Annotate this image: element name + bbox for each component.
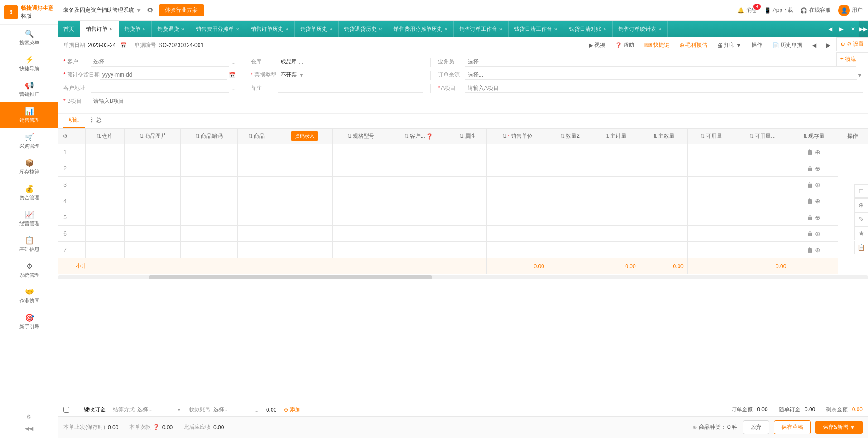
tab-sales-goods-history[interactable]: 销货单历史 ✕ xyxy=(295,21,339,37)
th-qty2[interactable]: ⇅ 数量2 xyxy=(548,129,592,144)
cell-6-8[interactable] xyxy=(448,226,487,242)
cell-6-6[interactable] xyxy=(333,226,389,242)
cell-5-14[interactable] xyxy=(735,209,790,226)
payment-dropdown-icon[interactable]: ▼ xyxy=(176,407,182,413)
cell-2-11[interactable] xyxy=(592,160,640,177)
cell-1-5[interactable] xyxy=(238,144,276,160)
receipt-ellipsis[interactable]: ... xyxy=(254,407,259,413)
cell-6-4[interactable] xyxy=(238,226,276,242)
calendar-icon[interactable]: 📅 xyxy=(120,42,127,48)
copy-row-6[interactable]: ⊕ xyxy=(815,230,820,237)
cell-4-13[interactable] xyxy=(687,193,735,209)
scrollbar-thumb[interactable] xyxy=(149,275,432,279)
profit-button[interactable]: ⊕ 毛利预估 xyxy=(677,40,710,50)
tab-close-cash-reconcile[interactable]: ✕ xyxy=(603,27,607,32)
cell-3-3[interactable] xyxy=(181,177,238,193)
cell-1-3[interactable] xyxy=(124,144,181,160)
settings-button[interactable]: ⚙ ⚙ 设置 xyxy=(836,37,868,51)
right-panel-btn-5[interactable]: 📋 xyxy=(854,241,868,254)
cell-4-10[interactable] xyxy=(548,193,592,209)
tab-sales-goods[interactable]: 销货单 ✕ xyxy=(119,21,152,37)
tab-home[interactable]: 首页 xyxy=(58,21,80,37)
th-unit[interactable]: ⇅ * 销售单位 xyxy=(487,129,548,144)
tab-close-return-history[interactable]: ✕ xyxy=(378,27,382,32)
delivery-date-input[interactable] xyxy=(100,70,227,80)
th-available2[interactable]: ⇅ 可用量... xyxy=(735,129,790,144)
address-ellipsis[interactable]: ... xyxy=(231,85,236,91)
cell-5-10[interactable] xyxy=(548,209,592,226)
sidebar-item-search[interactable]: 🔍 搜索菜单 xyxy=(0,25,58,51)
sidebar-collapse[interactable]: ◀◀ xyxy=(4,423,54,434)
tab-close-sales-order[interactable]: ✕ xyxy=(109,27,113,32)
cell-2-10[interactable] xyxy=(548,160,592,177)
user-menu[interactable]: 👤 用户 xyxy=(838,5,863,16)
save-new-button[interactable]: 保存&新增 ▼ xyxy=(815,421,863,434)
add-button[interactable]: ⊕ 添加 xyxy=(284,406,301,414)
cell-7-6[interactable] xyxy=(333,242,389,258)
cell-7-9[interactable] xyxy=(487,242,548,258)
delete-row-5[interactable]: 🗑 xyxy=(807,214,813,221)
sidebar-item-guide[interactable]: 🎯 新手引导 xyxy=(0,309,58,335)
note-input[interactable] xyxy=(278,83,423,93)
industry-plan-button[interactable]: 体验行业方案 xyxy=(159,4,204,16)
tab-cash-reconcile[interactable]: 钱货日清对账 ✕ xyxy=(563,21,613,37)
cell-2-6[interactable] xyxy=(333,160,389,177)
sidebar-item-purchase[interactable]: 🛒 采购管理 xyxy=(0,128,58,154)
tab-summary[interactable]: 汇总 xyxy=(85,114,107,128)
cell-5-3[interactable] xyxy=(181,209,238,226)
tab-cash-workbench[interactable]: 钱货日清工作台 ✕ xyxy=(509,21,563,37)
cell-3-9[interactable] xyxy=(487,177,548,193)
sidebar-item-operations[interactable]: 📈 经营管理 xyxy=(0,206,58,231)
cell-4-14[interactable] xyxy=(735,193,790,209)
cell-5-8[interactable] xyxy=(448,209,487,226)
copy-row-3[interactable]: ⊕ xyxy=(815,181,820,188)
cell-4-3[interactable] xyxy=(181,193,238,209)
cell-2-13[interactable] xyxy=(687,160,735,177)
history-button[interactable]: 📄 历史单据 xyxy=(770,40,805,50)
cell-2-12[interactable] xyxy=(640,160,687,177)
cell-5-12[interactable] xyxy=(640,209,687,226)
cell-4-12[interactable] xyxy=(640,193,687,209)
th-attr[interactable]: ⇅ 属性 xyxy=(448,129,487,144)
horizontal-scrollbar[interactable] xyxy=(58,275,868,279)
delete-row-4[interactable]: 🗑 xyxy=(807,197,813,205)
warehouse-ellipsis[interactable]: ... xyxy=(299,59,303,65)
tab-detail[interactable]: 明细 xyxy=(63,114,85,128)
cell-6-11[interactable] xyxy=(592,226,640,242)
cell-7-10[interactable] xyxy=(548,242,592,258)
tab-close-sales-goods-history[interactable]: ✕ xyxy=(329,27,333,32)
cell-6-7[interactable] xyxy=(389,226,448,242)
copy-row-2[interactable]: ⊕ xyxy=(815,165,820,172)
delete-row-6[interactable]: 🗑 xyxy=(807,230,813,237)
cell-3-8[interactable] xyxy=(448,177,487,193)
cell-1-14[interactable] xyxy=(687,144,735,160)
sidebar-item-enterprise[interactable]: 🤝 企业协同 xyxy=(0,283,58,309)
tab-return-history[interactable]: 销货退货历史 ✕ xyxy=(339,21,388,37)
cell-2-9[interactable] xyxy=(487,160,548,177)
cell-6-14[interactable] xyxy=(735,226,790,242)
tab-sales-order[interactable]: 销售订单 ✕ xyxy=(80,21,119,37)
cell-1-9[interactable] xyxy=(448,144,487,160)
th-warehouse[interactable]: ⇅ 仓库 xyxy=(86,129,125,144)
cell-4-2[interactable] xyxy=(124,193,181,209)
a-project-input[interactable] xyxy=(465,83,863,93)
cell-5-4[interactable] xyxy=(238,209,276,226)
notifications-button[interactable]: 🔔 消息 9 xyxy=(737,6,757,14)
cell-4-4[interactable] xyxy=(238,193,276,209)
settings-gear-icon[interactable]: ⚙ xyxy=(147,6,153,14)
delete-row-7[interactable]: 🗑 xyxy=(807,246,813,254)
cell-6-9[interactable] xyxy=(487,226,548,242)
right-panel-btn-2[interactable]: ⊕ xyxy=(854,198,868,212)
cell-4-11[interactable] xyxy=(592,193,640,209)
operate-button[interactable]: 操作 xyxy=(749,40,765,50)
save-new-dropdown[interactable]: ▼ xyxy=(850,424,855,431)
cell-2-1[interactable] xyxy=(86,160,125,177)
cell-1-12[interactable] xyxy=(592,144,640,160)
cell-3-7[interactable] xyxy=(389,177,448,193)
cell-2-2[interactable] xyxy=(124,160,181,177)
cell-2-4[interactable] xyxy=(238,160,276,177)
th-current[interactable]: ⇅ 现存量 xyxy=(790,129,838,144)
tab-sales-fee[interactable]: 销售费用分摊单 ✕ xyxy=(190,21,245,37)
cell-3-13[interactable] xyxy=(687,177,735,193)
sidebar-item-finance[interactable]: 💰 资金管理 xyxy=(0,180,58,206)
